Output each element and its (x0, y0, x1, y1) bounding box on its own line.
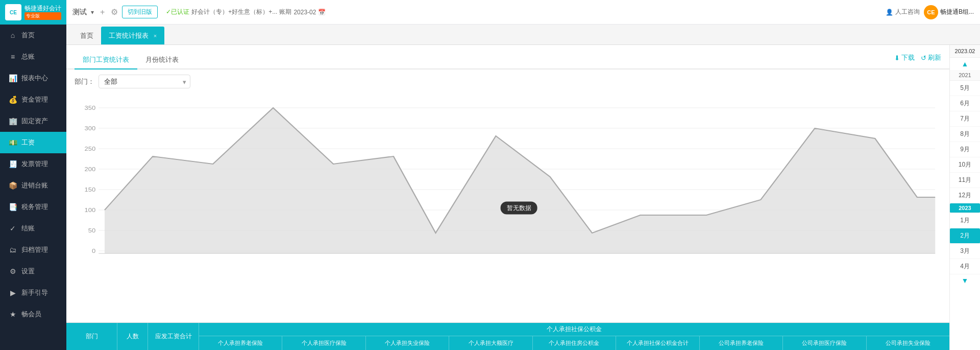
avatar-initials: CE (927, 9, 935, 15)
sidebar: CE 畅捷通好会计 专业版 ⌂ 首页 ≡ 总账 📊 报表中心 💰 资金管理 🏢 … (0, 0, 66, 350)
period-value: 2023-02 (293, 9, 316, 16)
group-label: 个人承担社保公积金 (199, 323, 949, 336)
sidebar-label-sales: 进销台账 (21, 181, 48, 190)
sidebar-label-vip: 畅会员 (21, 310, 41, 319)
sidebar-item-ledger[interactable]: ≡ 总账 (0, 46, 66, 67)
month-5[interactable]: 5月 (950, 81, 980, 96)
sales-icon: 📦 (8, 181, 17, 190)
download-label: 下载 (901, 53, 915, 62)
month-10[interactable]: 10月 (950, 157, 980, 173)
year-2023: 2023 (950, 203, 980, 213)
dept-select[interactable]: 全部 销售部 财务部 人事部 技术部 (99, 75, 190, 88)
nav-down-btn[interactable]: ▼ (950, 274, 980, 287)
month-4[interactable]: 4月 (950, 259, 980, 274)
month-8[interactable]: 8月 (950, 127, 980, 142)
company-dropdown[interactable]: ▾ (91, 9, 94, 16)
col-dept: 部门 (66, 323, 117, 350)
sidebar-item-tax[interactable]: 📑 税务管理 (0, 196, 66, 218)
calendar-icon[interactable]: 📅 (318, 9, 326, 16)
sidebar-item-settings[interactable]: ⚙ 设置 (0, 261, 66, 282)
salary-chart: 350 300 250 200 150 100 50 0 (75, 98, 941, 261)
refresh-icon: ↺ (921, 54, 926, 62)
subtab-monthly-label: 月份统计表 (145, 56, 179, 63)
tooltip-text: 暂无数据 (507, 204, 531, 212)
month-12[interactable]: 12月 (950, 188, 980, 203)
tab-home-label: 首页 (80, 32, 93, 39)
date-sidebar: 2023.02 ▲ 2021 5月 6月 7月 8月 9月 10月 11月 12… (949, 45, 980, 350)
add-button[interactable]: + (98, 7, 107, 18)
month-1[interactable]: 1月 (950, 213, 980, 228)
table-header: 部门 人数 应发工资合计 个人承担社保公积金 个人承担养老保险 个人承担医疗保险… (66, 322, 949, 350)
user-name: 畅捷通B组... (940, 8, 974, 16)
sidebar-item-sales[interactable]: 📦 进销台账 (0, 175, 66, 196)
sidebar-item-archive[interactable]: 🗂 归档管理 (0, 239, 66, 261)
group-personal: 个人承担社保公积金 个人承担养老保险 个人承担医疗保险 个人承担失业保险 个人承… (199, 323, 949, 350)
svg-text:250: 250 (85, 146, 96, 152)
user-menu[interactable]: CE 畅捷通B组... (924, 5, 974, 19)
month-3[interactable]: 3月 (950, 244, 980, 259)
download-icon: ⬇ (894, 54, 900, 62)
year-2021: 2021 (950, 70, 980, 81)
subcolumns-row: 个人承担养老保险 个人承担医疗保险 个人承担失业保险 个人承担大额医疗 个人承担… (199, 336, 949, 350)
topbar: 测试 ▾ + ⚙ 切到旧版 ✓已认证 好会计（专）+好生意（标）+... 账期 … (66, 0, 980, 25)
svg-text:300: 300 (85, 125, 96, 132)
subtab-dept-label: 部门工资统计表 (83, 56, 129, 63)
dept-filter-label: 部门： (75, 77, 94, 86)
sidebar-label-settings: 设置 (21, 267, 35, 276)
ledger-icon: ≡ (8, 53, 17, 61)
month-9[interactable]: 9月 (950, 142, 980, 157)
service-btn[interactable]: 👤 人工咨询 (886, 8, 920, 16)
sidebar-item-settle[interactable]: ✓ 结账 (0, 218, 66, 239)
sidebar-label-reports: 报表中心 (21, 74, 48, 83)
settings-icon: ⚙ (8, 267, 17, 275)
panel-actions: ⬇ 下载 ↺ 刷新 (894, 51, 941, 68)
sidebar-label-assets: 固定资产 (21, 116, 48, 126)
archive-icon: 🗂 (8, 246, 17, 254)
refresh-btn[interactable]: ↺ 刷新 (921, 53, 941, 62)
sidebar-item-home[interactable]: ⌂ 首页 (0, 25, 66, 46)
avatar: CE (924, 5, 938, 19)
verified-tag: ✓已认证 (166, 8, 189, 16)
sidebar-item-funds[interactable]: 💰 资金管理 (0, 89, 66, 110)
switch-old-btn[interactable]: 切到旧版 (122, 6, 158, 18)
sidebar-label-guide: 新手引导 (21, 288, 48, 297)
invoice-icon: 🧾 (8, 160, 17, 168)
nav-up-btn[interactable]: ▲ (950, 58, 980, 70)
sidebar-label-home: 首页 (21, 31, 35, 40)
tab-salary-label: 工资统计报表 (109, 32, 149, 39)
content-area: 部门工资统计表 月份统计表 ⬇ 下载 ↺ 刷新 (66, 45, 980, 350)
sidebar-item-assets[interactable]: 🏢 固定资产 (0, 110, 66, 132)
sidebar-label-invoice: 发票管理 (21, 159, 48, 169)
subcol-2: 个人承担失业保险 (366, 336, 449, 350)
tab-salary-report[interactable]: 工资统计报表 × (101, 27, 164, 44)
svg-text:50: 50 (88, 227, 96, 234)
reports-icon: 📊 (8, 74, 17, 82)
funds-icon: 💰 (8, 96, 17, 104)
table-header-main: 部门 人数 应发工资合计 个人承担社保公积金 个人承担养老保险 个人承担医疗保险… (66, 323, 949, 350)
tax-icon: 📑 (8, 203, 17, 211)
guide-icon: ▶ (8, 289, 17, 297)
subtab-monthly[interactable]: 月份统计表 (137, 51, 187, 69)
sidebar-item-guide[interactable]: ▶ 新手引导 (0, 282, 66, 304)
subcol-8: 公司承担失业保险 (867, 336, 949, 350)
sidebar-item-invoice[interactable]: 🧾 发票管理 (0, 153, 66, 175)
vip-icon: ★ (8, 310, 17, 318)
sidebar-item-salary[interactable]: 💵 工资 (0, 132, 66, 153)
app-logo: CE 畅捷通好会计 专业版 (0, 0, 66, 25)
month-6[interactable]: 6月 (950, 96, 980, 111)
tab-close-icon[interactable]: × (154, 33, 157, 39)
settings-button[interactable]: ⚙ (111, 7, 118, 17)
subtabs-spacer (187, 51, 894, 68)
month-7[interactable]: 7月 (950, 111, 980, 127)
download-btn[interactable]: ⬇ 下载 (894, 53, 915, 62)
sidebar-label-ledger: 总账 (21, 52, 35, 61)
sidebar-item-vip[interactable]: ★ 畅会员 (0, 304, 66, 325)
tab-home[interactable]: 首页 (72, 27, 101, 44)
sidebar-item-reports[interactable]: 📊 报表中心 (0, 67, 66, 89)
month-2[interactable]: 2月 (950, 228, 980, 244)
month-11[interactable]: 11月 (950, 173, 980, 188)
subtab-dept[interactable]: 部门工资统计表 (75, 51, 137, 69)
svg-text:200: 200 (85, 166, 96, 173)
settle-icon: ✓ (8, 224, 17, 232)
chart-tooltip: 暂无数据 (501, 202, 537, 215)
